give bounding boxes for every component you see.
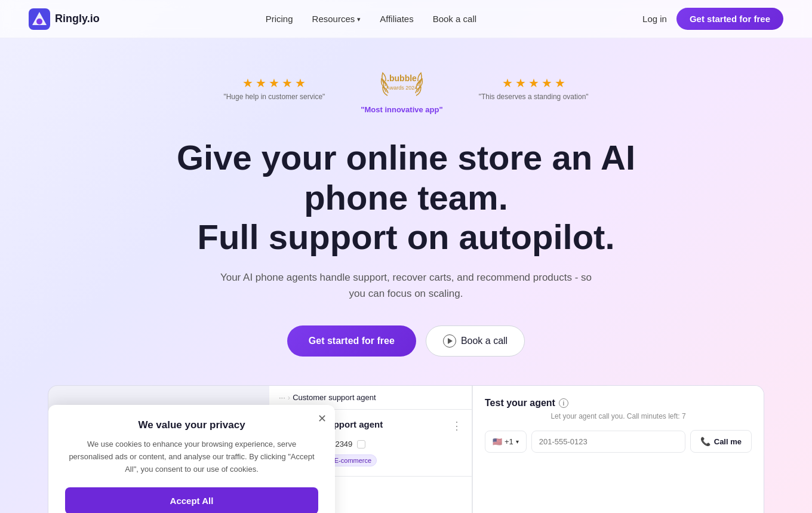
svg-text:.bubble: .bubble — [387, 73, 417, 83]
star-r-1: ★ — [502, 76, 513, 90]
hero-title: Give your online store an AI phone team.… — [149, 138, 663, 257]
svg-point-2 — [36, 19, 42, 24]
hero-subtitle: Your AI phone agents handle support, rec… — [215, 269, 597, 302]
app-panel: ··· › Customer support agent Customer su… — [269, 386, 764, 513]
star-r-4: ★ — [542, 76, 552, 90]
hero-section: ★ ★ ★ ★ ★ "Huge help in customer service… — [0, 38, 812, 513]
nav-actions: Log in Get started for free — [642, 8, 783, 30]
badge-left-text: "Huge help in customer service" — [223, 93, 325, 101]
logo[interactable]: Ringly.io — [29, 8, 100, 30]
chevron-down-icon: ▾ — [357, 16, 361, 23]
test-agent-panel: Test your agent i Let your agent call yo… — [472, 386, 764, 513]
privacy-banner: ✕ We value your privacy We use cookies t… — [48, 405, 335, 513]
flag-icon: 🇺🇸 — [493, 437, 502, 446]
privacy-body: We use cookies to enhance your browsing … — [65, 438, 318, 475]
star-r-3: ★ — [528, 76, 539, 90]
bubble-award-text: "Most innovative app" — [361, 105, 442, 114]
star-4: ★ — [282, 76, 293, 90]
nav-affiliates[interactable]: Affiliates — [380, 14, 413, 24]
test-agent-title: Test your agent i — [485, 398, 752, 408]
get-started-button[interactable]: Get started for free — [287, 325, 416, 357]
star-5: ★ — [295, 76, 306, 90]
book-a-call-button[interactable]: Book a call — [426, 325, 525, 357]
nav-book-a-call[interactable]: Book a call — [433, 14, 476, 24]
star-r-5: ★ — [555, 76, 565, 90]
stars-right: ★ ★ ★ ★ ★ — [502, 76, 565, 90]
flag-prefix-selector[interactable]: 🇺🇸 +1 ▾ — [485, 431, 527, 453]
badges-row: ★ ★ ★ ★ ★ "Huge help in customer service… — [223, 62, 588, 114]
badge-left: ★ ★ ★ ★ ★ "Huge help in customer service… — [223, 76, 325, 101]
bubble-award-icon: .bubble Awards 2024 — [378, 62, 426, 104]
badge-right-text: "This deserves a standing ovation" — [479, 93, 589, 101]
phone-input[interactable] — [531, 431, 685, 453]
badge-right: ★ ★ ★ ★ ★ "This deserves a standing ovat… — [479, 76, 589, 101]
nav-resources[interactable]: Resources ▾ — [312, 14, 361, 24]
more-options-icon[interactable]: ⋮ — [451, 419, 462, 432]
nav-pricing[interactable]: Pricing — [266, 14, 293, 24]
info-icon[interactable]: i — [559, 398, 568, 408]
logo-icon — [29, 8, 50, 30]
test-agent-desc: Let your agent call you. Call minutes le… — [485, 412, 752, 420]
navbar: Ringly.io Pricing Resources ▾ Affiliates… — [0, 0, 812, 38]
call-me-button[interactable]: 📞 Call me — [690, 430, 752, 453]
star-2: ★ — [256, 76, 266, 90]
nav-get-started-button[interactable]: Get started for free — [676, 8, 783, 30]
privacy-title: We value your privacy — [65, 419, 318, 431]
nav-links: Pricing Resources ▾ Affiliates Book a ca… — [266, 14, 476, 24]
breadcrumb-current: Customer support agent — [293, 393, 376, 402]
play-triangle — [448, 338, 453, 344]
dropdown-arrow: ▾ — [516, 438, 519, 445]
svg-text:Awards 2024: Awards 2024 — [386, 85, 417, 91]
star-3: ★ — [269, 76, 279, 90]
login-button[interactable]: Log in — [642, 14, 667, 24]
bubble-award: .bubble Awards 2024 "Most innovative app… — [361, 62, 442, 114]
star-r-2: ★ — [515, 76, 526, 90]
app-preview: ✕ We value your privacy We use cookies t… — [48, 385, 764, 513]
copy-icon[interactable] — [357, 440, 365, 449]
accept-all-button[interactable]: Accept All — [65, 487, 318, 513]
cta-buttons: Get started for free Book a call — [287, 325, 525, 357]
phone-call-icon: 📞 — [700, 437, 710, 446]
phone-prefix: +1 — [505, 437, 513, 446]
privacy-close-button[interactable]: ✕ — [318, 413, 327, 424]
logo-text: Ringly.io — [55, 13, 100, 25]
play-icon — [443, 334, 456, 348]
star-1: ★ — [242, 76, 253, 90]
breadcrumb-separator: › — [288, 393, 290, 402]
call-input-row: 🇺🇸 +1 ▾ 📞 Call me — [485, 430, 752, 453]
stars-left: ★ ★ ★ ★ ★ — [242, 76, 306, 90]
breadcrumb-prev: ··· — [279, 393, 285, 402]
